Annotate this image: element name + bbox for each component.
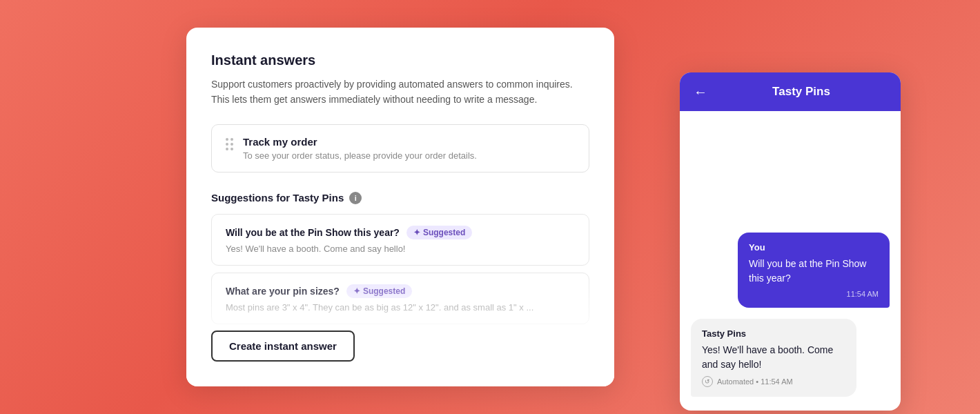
bot-message-meta: ↺ Automated • 11:54 AM	[702, 376, 845, 387]
info-icon[interactable]: i	[349, 192, 362, 204]
track-order-content: Track my order To see your order status,…	[243, 136, 477, 161]
suggestion-card-2[interactable]: What are your pin sizes? ✦ Suggested Mos…	[211, 273, 589, 324]
suggestion-question-1: Will you be at the Pin Show this year?	[226, 227, 400, 238]
suggested-badge-2: ✦ Suggested	[346, 284, 412, 298]
create-instant-answer-button[interactable]: Create instant answer	[211, 331, 355, 362]
bot-message-text: Yes! We'll have a booth. Come and say he…	[702, 343, 845, 372]
star-icon-2: ✦	[353, 286, 360, 296]
suggestion-card-1[interactable]: Will you be at the Pin Show this year? ✦…	[211, 214, 589, 266]
chat-panel: ← Tasty Pins You Will you be at the Pin …	[680, 72, 901, 411]
suggestion-answer-1: Yes! We'll have a booth. Come and say he…	[226, 244, 575, 254]
create-btn-wrap: Create instant answer	[211, 331, 355, 362]
chat-body: You Will you be at the Pin Show this yea…	[680, 111, 901, 411]
bot-meta-text: Automated • 11:54 AM	[717, 377, 793, 386]
chat-header: ← Tasty Pins	[680, 72, 901, 111]
suggestion-question-2: What are your pin sizes?	[226, 286, 340, 297]
panel-title: Instant answers	[211, 52, 589, 68]
panel-description: Support customers proactively by providi…	[211, 77, 589, 108]
chat-header-title: Tasty Pins	[716, 85, 887, 99]
main-panel: Instant answers Support customers proact…	[186, 28, 614, 386]
user-message-time: 11:54 AM	[749, 290, 879, 298]
bot-message-sender: Tasty Pins	[702, 328, 845, 339]
suggested-badge-1: ✦ Suggested	[406, 226, 472, 239]
track-order-title: Track my order	[243, 136, 477, 148]
automated-icon: ↺	[702, 376, 713, 387]
user-message-text: Will you be at the Pin Show this year?	[749, 257, 879, 286]
user-message-sender: You	[749, 242, 879, 253]
suggestion-card-2-header: What are your pin sizes? ✦ Suggested	[226, 284, 575, 298]
chat-back-button[interactable]: ←	[694, 85, 707, 99]
bot-message: Tasty Pins Yes! We'll have a booth. Come…	[691, 319, 856, 397]
user-message: You Will you be at the Pin Show this yea…	[738, 233, 890, 308]
suggestions-header: Suggestions for Tasty Pins i	[211, 192, 589, 204]
track-order-card[interactable]: Track my order To see your order status,…	[211, 124, 589, 172]
suggestion-answer-2: Most pins are 3" x 4". They can be as bi…	[226, 302, 575, 313]
suggestions-title: Suggestions for Tasty Pins	[211, 192, 344, 204]
drag-handle	[226, 136, 233, 150]
suggestion-card-1-header: Will you be at the Pin Show this year? ✦…	[226, 226, 575, 239]
track-order-description: To see your order status, please provide…	[243, 150, 477, 161]
star-icon-1: ✦	[413, 228, 420, 237]
scene: Instant answers Support customers proact…	[0, 0, 980, 414]
